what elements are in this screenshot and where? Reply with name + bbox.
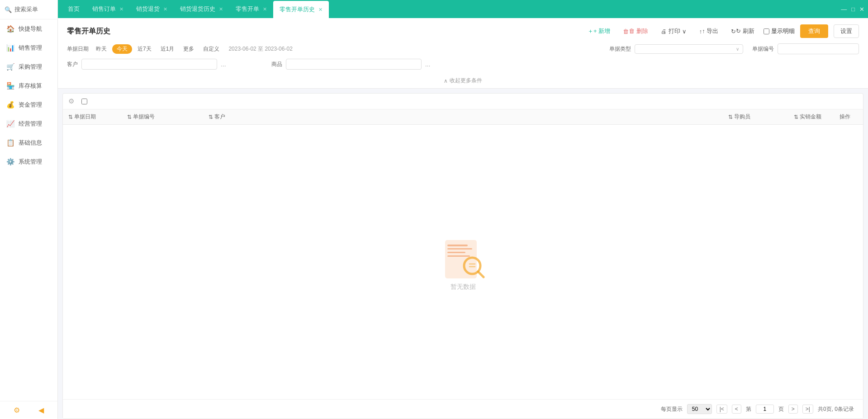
print-dropdown-icon: ∨ (682, 28, 687, 35)
tab-retail-open-close[interactable]: ✕ (263, 6, 267, 12)
bill-no-label: 单据编号 (752, 45, 774, 53)
query-button[interactable]: 查询 (800, 24, 828, 38)
prev-page-button[interactable]: < (732, 405, 741, 414)
filter-bill-type: 单据类型 ∨ (609, 44, 743, 54)
content-area: 零售开单历史 ＋ + 新增 🗑 🗑 删除 🖨 打印 ∨ (58, 18, 868, 419)
th-customer-label: 客户 (214, 113, 225, 121)
sidebar-footer: ⚙ ◀ (0, 401, 57, 419)
next-page-button[interactable]: > (788, 405, 798, 414)
sidebar-item-quick-nav[interactable]: 🏠 快捷导航 (0, 19, 57, 38)
tab-retail-open[interactable]: 零售开单 ✕ (229, 0, 273, 18)
date-today[interactable]: 今天 (112, 44, 132, 54)
filter-row-2: 客户 ... 商品 ... (67, 59, 859, 70)
table-body: 暂无数据 (63, 125, 863, 399)
sidebar-menu: 🏠 快捷导航 📊 销售管理 🛒 采购管理 🏪 库存核算 💰 资金管理 📈 经营管… (0, 19, 57, 401)
date-more[interactable]: 更多 (180, 44, 198, 54)
list-icon: 📋 (6, 139, 15, 147)
product-input[interactable] (286, 59, 422, 70)
tab-sales-return[interactable]: 销货退货 ✕ (130, 0, 174, 18)
window-controls: — □ ✕ (841, 6, 864, 13)
collapse-up-icon: ∧ (444, 78, 448, 84)
print-icon: 🖨 (661, 28, 667, 35)
refresh-button[interactable]: ↻ ↻ 刷新 (727, 25, 758, 37)
sidebar-item-label: 库存核算 (19, 82, 42, 90)
page-header: 零售开单历史 ＋ + 新增 🗑 🗑 删除 🖨 打印 ∨ (58, 18, 868, 89)
sidebar-item-sys-mgmt[interactable]: ⚙️ 系统管理 (0, 152, 57, 171)
bill-type-select[interactable]: ∨ (635, 44, 743, 54)
sidebar-item-operations[interactable]: 📈 经营管理 (0, 114, 57, 133)
page-number-input[interactable] (756, 405, 774, 414)
sidebar-collapse-button[interactable]: ◀ (38, 406, 44, 414)
minimize-button[interactable]: — (841, 6, 847, 13)
sidebar-item-sales-mgmt[interactable]: 📊 销售管理 (0, 38, 57, 57)
maximize-button[interactable]: □ (851, 6, 855, 13)
bill-type-label: 单据类型 (609, 45, 631, 53)
sidebar-item-finance[interactable]: 💰 资金管理 (0, 95, 57, 114)
first-page-button[interactable]: |< (716, 405, 727, 414)
collapse-filter-bar[interactable]: ∧ 收起更多条件 (67, 74, 859, 88)
last-page-button[interactable]: >| (802, 405, 813, 414)
bill-no-input[interactable] (778, 43, 859, 54)
tab-retail-open-history-label: 零售开单历史 (280, 5, 315, 14)
tab-sales-order-label: 销售订单 (92, 5, 116, 13)
filter-date: 单据日期 昨天 今天 近7天 近1月 更多 自定义 2023-06-02 至 2… (67, 44, 293, 54)
sidebar-item-label: 基础信息 (19, 139, 42, 147)
sidebar-item-inventory[interactable]: 🏪 库存核算 (0, 76, 57, 95)
sidebar-item-basic-info[interactable]: 📋 基础信息 (0, 133, 57, 152)
settings-button[interactable]: 设置 (834, 24, 859, 38)
bill-type-dropdown-icon: ∨ (736, 47, 739, 52)
toolbar: ＋ + 新增 🗑 🗑 删除 🖨 打印 ∨ ↑ ↑ 导出 (584, 24, 859, 38)
th-amount[interactable]: ⇅ 实销金额 (768, 109, 827, 124)
th-customer[interactable]: ⇅ 客户 (203, 109, 723, 124)
th-billno-label: 单据编号 (133, 113, 155, 121)
money-icon: 💰 (6, 101, 15, 109)
sidebar-settings-button[interactable]: ⚙ (14, 406, 20, 414)
tab-home[interactable]: 首页 (62, 0, 86, 18)
tab-bar: 首页 销售订单 ✕ 销货退货 ✕ 销货退货历史 ✕ 零售开单 ✕ 零售开单历史 … (58, 0, 868, 18)
sidebar-item-label: 经营管理 (19, 120, 42, 128)
th-salesperson[interactable]: ⇅ 导购员 (723, 109, 768, 124)
date-last7[interactable]: 近7天 (134, 44, 155, 54)
tab-sales-return-history-close[interactable]: ✕ (219, 6, 223, 12)
tab-sales-return-history-label: 销货退货历史 (180, 5, 215, 13)
tab-sales-return-history[interactable]: 销货退货历史 ✕ (174, 0, 229, 18)
page-summary: 共0页, 0条记录 (818, 405, 854, 413)
th-billno[interactable]: ⇅ 单据编号 (122, 109, 203, 124)
tab-sales-return-close[interactable]: ✕ (163, 6, 167, 12)
date-custom[interactable]: 自定义 (199, 44, 223, 54)
tab-retail-open-history[interactable]: 零售开单历史 ✕ (273, 1, 329, 18)
delete-button[interactable]: 🗑 🗑 删除 (619, 25, 652, 37)
sidebar-item-label: 系统管理 (19, 158, 42, 166)
filter-product: 商品 ... (271, 59, 431, 70)
add-button[interactable]: ＋ + 新增 (584, 25, 614, 37)
display-detail-toggle[interactable]: 显示明细 (764, 27, 795, 35)
page-title: 零售开单历史 (67, 27, 110, 36)
empty-text: 暂无数据 (451, 283, 476, 291)
table-settings-icon[interactable]: ⚙ (68, 97, 74, 105)
export-button[interactable]: ↑ ↑ 导出 (696, 25, 722, 37)
page-size-select[interactable]: 50 10 20 100 (687, 404, 712, 414)
sidebar-search[interactable]: 🔍 搜索采单 (0, 0, 57, 19)
product-more-icon[interactable]: ... (425, 61, 431, 68)
th-date-label: 单据日期 (74, 113, 96, 121)
svg-rect-2 (447, 248, 472, 250)
select-all-checkbox[interactable] (81, 99, 87, 104)
tab-sales-order[interactable]: 销售订单 ✕ (86, 0, 130, 18)
main-area: 首页 销售订单 ✕ 销货退货 ✕ 销货退货历史 ✕ 零售开单 ✕ 零售开单历史 … (58, 0, 868, 419)
print-button[interactable]: 🖨 打印 ∨ (657, 25, 690, 37)
home-icon: 🏠 (6, 25, 15, 33)
date-last-month[interactable]: 近1月 (157, 44, 178, 54)
per-page-label: 每页显示 (661, 405, 683, 413)
page-label: 页 (778, 405, 784, 413)
customer-input[interactable] (81, 59, 217, 70)
empty-illustration (436, 233, 490, 283)
svg-rect-4 (447, 255, 470, 257)
tab-retail-open-history-close[interactable]: ✕ (318, 7, 323, 13)
display-detail-checkbox[interactable] (764, 28, 769, 34)
customer-more-icon[interactable]: ... (221, 61, 226, 68)
date-yesterday[interactable]: 昨天 (92, 44, 110, 54)
sidebar-item-purchase-mgmt[interactable]: 🛒 采购管理 (0, 57, 57, 76)
tab-sales-order-close[interactable]: ✕ (119, 6, 123, 12)
close-button[interactable]: ✕ (859, 6, 864, 13)
th-date[interactable]: ⇅ 单据日期 (63, 109, 122, 124)
